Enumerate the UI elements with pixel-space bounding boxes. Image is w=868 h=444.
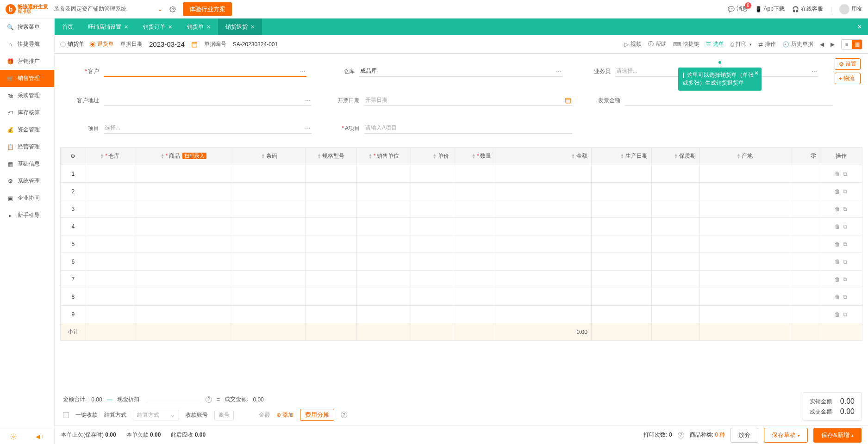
col-barcode[interactable]: ▲▼条码: [233, 148, 306, 165]
delete-row-icon[interactable]: 🗑: [835, 294, 840, 300]
sidebar-settings-icon[interactable]: [0, 429, 27, 444]
delete-row-icon[interactable]: 🗑: [835, 188, 840, 195]
gear-icon[interactable]: [168, 5, 177, 14]
tab-close-icon[interactable]: ✕: [168, 24, 172, 30]
copy-row-icon[interactable]: ⧉: [843, 206, 847, 212]
sidebar-item[interactable]: ⌂快捷导航: [0, 36, 54, 53]
tab-close-icon[interactable]: ✕: [250, 24, 255, 30]
sidebar-item[interactable]: ▣企业协同: [0, 190, 54, 207]
lookup-icon[interactable]: ⋯: [300, 68, 306, 74]
system-select[interactable]: 装备及固定资产辅助管理系统 ⌄: [54, 5, 162, 13]
fee-allocate-button[interactable]: 费用分摊: [300, 409, 334, 421]
copy-row-icon[interactable]: ⧉: [843, 311, 847, 318]
calendar-icon[interactable]: [565, 97, 571, 104]
lookup-icon[interactable]: ⋯: [305, 97, 311, 104]
sidebar-item[interactable]: 💰资金管理: [0, 121, 54, 138]
addr-input[interactable]: ⋯: [104, 95, 312, 106]
trial-button[interactable]: 体验行业方案: [183, 2, 232, 16]
copy-row-icon[interactable]: ⧉: [843, 241, 847, 247]
lookup-icon[interactable]: ⋯: [556, 68, 562, 74]
logistics-button[interactable]: +物流: [835, 73, 861, 84]
video-link[interactable]: ▷视频: [624, 40, 642, 48]
sidebar-item[interactable]: ⚙系统管理: [0, 173, 54, 190]
cash-discount-input[interactable]: [145, 396, 201, 403]
delete-row-icon[interactable]: 🗑: [835, 171, 840, 177]
radio-sales-order[interactable]: 销货单: [60, 40, 84, 48]
col-prod-date[interactable]: ▲▼生产日期: [591, 148, 651, 165]
project-input[interactable]: 选择...⋯: [104, 123, 312, 134]
copy-row-icon[interactable]: ⧉: [843, 171, 847, 177]
sidebar-item[interactable]: 🎁营销推广: [0, 53, 54, 70]
col-amount[interactable]: ▲▼金额: [495, 148, 591, 165]
sidebar-item[interactable]: ▦基础信息: [0, 155, 54, 173]
delete-row-icon[interactable]: 🗑: [835, 311, 840, 318]
sidebar-collapse-icon[interactable]: ◀﹙: [27, 429, 55, 444]
col-zero[interactable]: 零: [790, 148, 820, 165]
col-spec[interactable]: ▲▼规格型号: [306, 148, 357, 165]
messages-link[interactable]: 💬 消息 6: [728, 5, 748, 13]
delete-row-icon[interactable]: 🗑: [835, 223, 840, 230]
copy-row-icon[interactable]: ⧉: [843, 188, 847, 195]
help-icon[interactable]: ?: [678, 432, 684, 438]
col-config[interactable]: ⚙: [61, 148, 86, 165]
view-list-icon[interactable]: ≡: [842, 40, 852, 49]
tab-close-icon[interactable]: ✕: [206, 24, 211, 30]
delete-row-icon[interactable]: 🗑: [835, 259, 840, 265]
tab[interactable]: 旺铺店铺设置✕: [81, 18, 136, 35]
col-shelf[interactable]: ▲▼保质期: [651, 148, 699, 165]
customer-input[interactable]: ⋯: [104, 66, 306, 77]
tab-close-icon[interactable]: ✕: [124, 24, 128, 30]
radio-return-order[interactable]: 退货单: [90, 40, 114, 48]
help-link[interactable]: ⓘ帮助: [648, 40, 667, 48]
tab[interactable]: 销货退货✕: [218, 18, 262, 35]
onekey-checkbox[interactable]: [63, 412, 69, 418]
tooltip-close-icon[interactable]: ✕: [754, 69, 759, 77]
col-warehouse[interactable]: ▲▼*仓库: [86, 148, 134, 165]
col-origin[interactable]: ▲▼产地: [699, 148, 790, 165]
shortcut-link[interactable]: ⌨快捷键: [673, 40, 699, 48]
col-unit[interactable]: ▲▼*销售单位: [356, 148, 411, 165]
prev-doc-icon[interactable]: ◀: [820, 41, 824, 48]
table-row[interactable]: 1🗑⧉: [61, 165, 862, 183]
copy-row-icon[interactable]: ⧉: [843, 223, 847, 230]
sidebar-item[interactable]: ▸新手引导: [0, 207, 54, 224]
sidebar-item[interactable]: 🏷库存核算: [0, 104, 54, 121]
lookup-icon[interactable]: ⋯: [305, 125, 311, 131]
save-draft-button[interactable]: 保存草稿 ▾: [764, 428, 808, 443]
sidebar-item[interactable]: 🛒销售管理: [0, 70, 54, 87]
tab[interactable]: 销货单✕: [180, 18, 218, 35]
lookup-icon[interactable]: ⋯: [812, 68, 817, 74]
tab[interactable]: 销货订单✕: [136, 18, 180, 35]
pick-order-link[interactable]: ☰选单: [706, 40, 724, 48]
sidebar-item[interactable]: 📋经营管理: [0, 138, 54, 155]
a-project-input[interactable]: 请输入A项目: [364, 123, 572, 134]
settings-button[interactable]: ⚙设置: [835, 58, 861, 70]
table-row[interactable]: 3🗑⧉: [61, 200, 862, 218]
table-row[interactable]: 2🗑⧉: [61, 183, 862, 200]
copy-row-icon[interactable]: ⧉: [843, 276, 847, 283]
warehouse-input[interactable]: 成品库⋯: [359, 66, 562, 77]
operate-link[interactable]: ⇄操作: [758, 40, 776, 48]
help-icon[interactable]: ?: [341, 412, 347, 418]
copy-row-icon[interactable]: ⧉: [843, 259, 847, 265]
sidebar-item[interactable]: 🔍搜索菜单: [0, 18, 54, 36]
print-link[interactable]: ⎙打印▾: [731, 40, 752, 48]
table-row[interactable]: 9🗑⧉: [61, 306, 862, 323]
calendar-icon[interactable]: [191, 41, 198, 48]
next-doc-icon[interactable]: ▶: [831, 41, 835, 48]
invoice-amt-input[interactable]: [625, 95, 833, 106]
app-download-link[interactable]: 📱 App下载: [755, 5, 785, 13]
invoice-date-input[interactable]: 开票日期: [364, 95, 572, 106]
abandon-button[interactable]: 放弃: [731, 428, 758, 443]
col-product[interactable]: ▲▼*商品 扫码录入: [134, 148, 233, 165]
settle-select[interactable]: 结算方式⌄: [133, 410, 179, 420]
delete-row-icon[interactable]: 🗑: [835, 276, 840, 283]
acct-select[interactable]: 账号: [214, 410, 234, 420]
support-link[interactable]: 🎧 在线客服: [792, 5, 823, 13]
table-row[interactable]: 5🗑⧉: [61, 235, 862, 253]
close-all-tabs-icon[interactable]: ✕: [851, 18, 868, 35]
col-qty[interactable]: ▲▼*数量: [453, 148, 495, 165]
tab[interactable]: 首页: [55, 18, 81, 35]
doc-date-value[interactable]: 2023-03-24: [149, 40, 185, 48]
table-row[interactable]: 4🗑⧉: [61, 218, 862, 235]
